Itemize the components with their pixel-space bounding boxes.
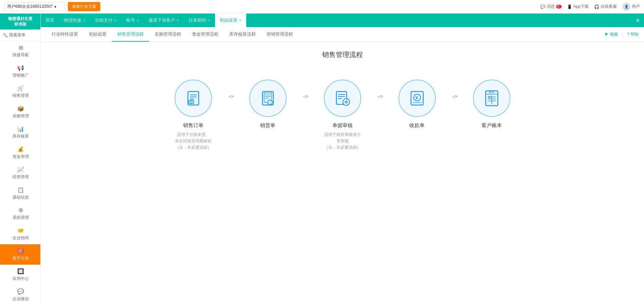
sidebar-search[interactable]: 🔍 搜索菜单: [0, 29, 40, 41]
phone-icon: 📱: [567, 4, 572, 9]
sales-order-desc: 适用于分批发货、有合同发货周期较长（注：非必要流程）: [175, 131, 212, 151]
nav-tab-account-close[interactable]: ✕: [136, 19, 139, 22]
sub-tab-marketing-flow[interactable]: 营销管理流程: [261, 27, 298, 42]
sidebar-item-app-center[interactable]: 🔲 应用中心: [0, 265, 40, 285]
dropdown-icon: ▾: [54, 4, 56, 9]
nav-tab-invite-close[interactable]: ✕: [176, 19, 179, 22]
sub-tab-purchase-flow[interactable]: 采购管理流程: [149, 27, 187, 42]
svg-rect-4: [189, 100, 194, 104]
nav-tab-home[interactable]: 首页: [41, 14, 59, 27]
sales-label: 销售管理: [13, 93, 29, 99]
doc-review-label: 单据审核: [332, 122, 353, 129]
flow-circle-sales-order[interactable]: [175, 80, 212, 117]
online-service-label: 在线客服: [601, 4, 617, 9]
online-service-btn[interactable]: 🎧 在线客服: [594, 4, 617, 9]
flow-circle-customer-ledger[interactable]: 账本 ¥: [473, 80, 510, 117]
ops-label: 经营管理: [13, 174, 29, 180]
flow-circle-sales-invoice[interactable]: ✓: [249, 80, 287, 117]
flow-step-receipt: ¥ 收款单: [390, 80, 444, 131]
nav-tab-logistics[interactable]: 物流快递 ✕: [59, 14, 90, 27]
sales-invoice-label: 销货单: [260, 122, 275, 129]
nav-tab-account[interactable]: 账号 ✕: [121, 14, 144, 27]
sidebar-item-sys-mgmt[interactable]: ⚙ 系统管理: [0, 204, 40, 224]
sidebar-item-vip[interactable]: V 畅会员: [0, 305, 40, 307]
flow-circle-receipt[interactable]: ¥: [398, 80, 436, 117]
receipt-icon: ¥: [408, 89, 426, 107]
sub-tab-sales-flow[interactable]: 销售管理流程: [112, 27, 149, 42]
sidebar-item-enterprise-collab[interactable]: 🤝 企业协同: [0, 224, 40, 244]
nav-tab-home-label: 首页: [45, 17, 54, 23]
nav-tab-period-init[interactable]: 往来期初 ✕: [184, 14, 215, 27]
video-label: 视频: [610, 32, 618, 37]
flow-step-sales-order: 销售订单 适用于分批发货、有合同发货周期较长（注：非必要流程）: [166, 80, 220, 151]
search-label: 搜索菜单: [9, 32, 25, 38]
top-bar: 用户690企业1660120507 ▾ 体验行业方案 💬 消息 6 📱 App下…: [0, 0, 644, 14]
sidebar-logo: 畅捷通好生意 标准版: [0, 14, 40, 29]
sidebar-item-enterprise-wechat[interactable]: 💬 企业微信: [0, 285, 40, 305]
help-btn[interactable]: ? 帮助: [627, 32, 639, 37]
nav-tab-period-init-close[interactable]: ✕: [208, 19, 210, 22]
basic-info-label: 基础信息: [13, 195, 29, 200]
sidebar-item-sales-mgmt[interactable]: 🛒 销售管理: [0, 82, 40, 102]
nav-tab-period-init-label: 往来期初: [189, 17, 206, 23]
sub-tab-sales-flow-label: 销售管理流程: [117, 31, 144, 37]
nav-tab-payment-close[interactable]: ✕: [114, 19, 117, 22]
doc-review-icon: [334, 89, 351, 107]
finance-icon: 💰: [17, 146, 24, 152]
sidebar-item-quick-nav[interactable]: ⊞ 快捷导航: [0, 41, 40, 61]
sidebar-item-new-guide[interactable]: 🎯 新手引导: [0, 244, 40, 265]
app-download-btn[interactable]: 📱 App下载: [567, 4, 589, 9]
inventory-label: 库存核算: [13, 134, 29, 139]
svg-text:¥: ¥: [488, 96, 490, 99]
sub-tab-inventory-flow[interactable]: 库存核算流程: [224, 27, 261, 42]
sidebar: 畅捷通好生意 标准版 🔍 搜索菜单 ⊞ 快捷导航 📢 营销推广 🛒 销售管理 📦…: [0, 14, 41, 307]
sidebar-item-basic-info[interactable]: 📋 基础信息: [0, 183, 40, 204]
nav-tab-logistics-close[interactable]: ✕: [83, 19, 85, 22]
nav-tab-init-settings[interactable]: 初始设置 ✕: [215, 14, 246, 27]
sidebar-item-ops-mgmt[interactable]: 📈 经营管理: [0, 163, 40, 183]
collab-label: 企业协同: [13, 235, 29, 241]
sub-tab-inventory-flow-label: 库存核算流程: [229, 31, 256, 37]
video-btn[interactable]: ▶ 视频: [605, 32, 618, 37]
flow-arrow-4: - - >: [444, 93, 465, 100]
user-info[interactable]: 👤 用户: [622, 3, 640, 11]
sidebar-item-marketing-promo[interactable]: 📢 营销推广: [0, 61, 40, 82]
sidebar-item-finance-mgmt[interactable]: 💰 资金管理: [0, 143, 40, 163]
sub-tab-industry-settings-label: 行业特性设置: [52, 31, 78, 37]
messages-btn[interactable]: 💬 消息 6: [540, 4, 562, 9]
quick-nav-label: 快捷导航: [13, 52, 29, 58]
sidebar-item-purchase-mgmt[interactable]: 📦 采购管理: [0, 102, 40, 122]
sub-tabs-right: ▶ 视频 | ? 帮助: [605, 32, 639, 37]
sub-tab-capital-flow-label: 资金管理流程: [192, 31, 218, 37]
sidebar-item-inventory[interactable]: 📊 库存核算: [0, 122, 40, 143]
svg-text:✓: ✓: [269, 101, 272, 104]
app-center-label: 应用中心: [13, 276, 29, 282]
nav-tabs-close-btn[interactable]: ✕: [631, 17, 644, 24]
basic-info-icon: 📋: [17, 187, 24, 193]
message-badge: 6: [556, 5, 562, 8]
try-industry-btn[interactable]: 体验行业方案: [68, 2, 100, 11]
sales-invoice-icon: ✓: [259, 89, 277, 107]
ops-icon: 📈: [17, 166, 24, 173]
collab-icon: 🤝: [17, 227, 24, 234]
search-icon: 🔍: [3, 33, 8, 38]
sub-tab-init-settings[interactable]: 初始设置: [83, 27, 112, 42]
app-download-label: App下载: [573, 4, 589, 9]
nav-tab-invite[interactable]: 邀请下游客户 ✕: [144, 14, 184, 27]
sub-tab-capital-flow[interactable]: 资金管理流程: [187, 27, 224, 42]
nav-tab-payment-label: 在线支付: [95, 17, 113, 23]
user-label: 用户690企业1660120507: [7, 4, 53, 9]
top-bar-right: 💬 消息 6 📱 App下载 🎧 在线客服 👤 用户: [540, 3, 640, 11]
message-icon: 💬: [540, 4, 545, 9]
app-center-icon: 🔲: [17, 268, 24, 274]
purchase-label: 采购管理: [13, 113, 29, 119]
nav-tab-init-settings-close[interactable]: ✕: [239, 19, 241, 22]
page-content: 销售管理流程: [41, 42, 644, 307]
logo-text: 畅捷通好生意 标准版: [8, 16, 33, 27]
flow-circle-doc-review[interactable]: [324, 80, 361, 117]
messages-label: 消息: [547, 4, 555, 9]
nav-tab-payment[interactable]: 在线支付 ✕: [90, 14, 121, 27]
user-selector[interactable]: 用户690企业1660120507 ▾: [4, 2, 65, 11]
sub-tab-marketing-flow-label: 营销管理流程: [267, 31, 293, 37]
sub-tab-industry-settings[interactable]: 行业特性设置: [46, 27, 83, 42]
